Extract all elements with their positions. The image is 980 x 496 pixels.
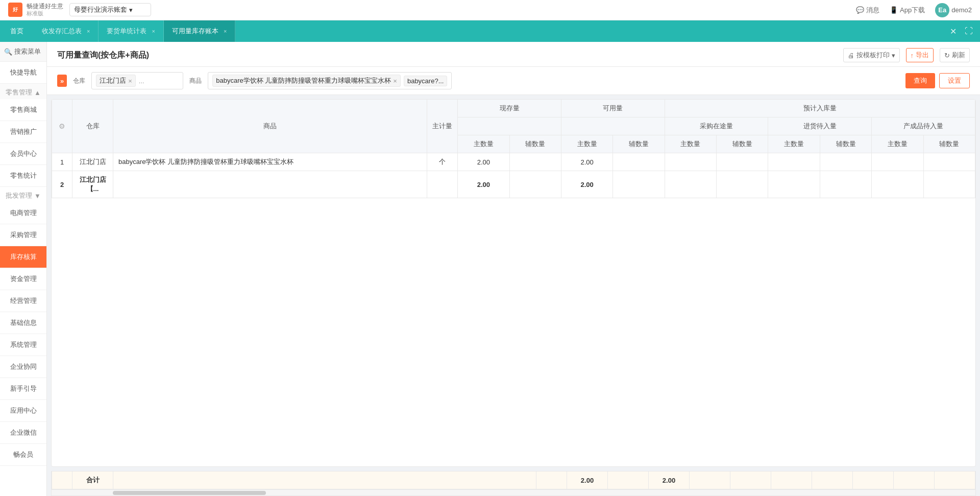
- sidebar-item-batch-mgmt[interactable]: 批发管理 ▼: [0, 187, 46, 202]
- sidebar-item-wechat-biz[interactable]: 企业微信: [0, 422, 46, 444]
- avatar: Ea: [935, 3, 949, 17]
- sidebar-label: 采购管理: [10, 230, 37, 240]
- content-area: 可用量查询(按仓库+商品) 🖨 按模板打印 ▾ ↑ 导出 ↻ 刷新: [47, 42, 980, 496]
- col-unit-header: 主计量: [427, 100, 458, 153]
- footer-available-main: 2.00: [649, 471, 690, 489]
- col-finished-header: 产成品待入量: [872, 117, 975, 135]
- col-stock-header: 现存量: [458, 100, 561, 117]
- window-close-icon[interactable]: ✕: [947, 25, 960, 38]
- product-input[interactable]: babycare学饮杯 儿童防摔防撞吸管杯重力球吸嘴杯宝宝水杯 × babyca…: [208, 72, 452, 89]
- warehouse-more-icon[interactable]: ...: [139, 77, 144, 85]
- sidebar-label: 零售管理: [6, 88, 32, 97]
- sidebar-item-purchase[interactable]: 采购管理: [0, 224, 46, 246]
- tab-available-stock[interactable]: 可用量库存账本 ×: [164, 20, 235, 42]
- sidebar-item-basics[interactable]: 基础信息: [0, 312, 46, 334]
- cell-fin-main: [872, 153, 923, 171]
- tab-order-stats[interactable]: 要货单统计表 ×: [99, 20, 163, 42]
- tab-home[interactable]: 首页: [0, 20, 34, 42]
- sidebar-item-vip[interactable]: 畅会员: [0, 444, 46, 466]
- search-label: 搜索菜单: [14, 47, 41, 56]
- col-stock-sub: [458, 117, 561, 135]
- cell-available-main: 2.00: [561, 153, 612, 171]
- sidebar-search[interactable]: 🔍 搜索菜单: [0, 42, 46, 62]
- query-btn[interactable]: 查询: [905, 73, 935, 88]
- sidebar-item-newbie[interactable]: 新手引导: [0, 378, 46, 400]
- footer-label: 合计: [72, 471, 113, 489]
- sidebar-label: 企业微信: [10, 428, 37, 437]
- col-forecast-header: 预计入库量: [665, 100, 975, 117]
- product-tag1: babycare学饮杯 儿童防摔防撞吸管杯重力球吸嘴杯宝宝水杯 ×: [212, 75, 401, 87]
- cell-inc-main: [768, 153, 820, 171]
- sidebar-label: 营销推广: [10, 127, 37, 136]
- col-warehouse-header: 仓库: [72, 100, 113, 153]
- tab-receive-summary[interactable]: 收发存汇总表 ×: [34, 20, 99, 42]
- col-available-sub: [561, 117, 665, 135]
- tab-close-icon[interactable]: ×: [224, 28, 227, 34]
- tab-close-icon[interactable]: ×: [87, 28, 90, 34]
- export-label: 导出: [916, 51, 929, 60]
- sidebar-item-zero-mall[interactable]: 零售商城: [0, 99, 46, 121]
- sidebar-item-zero-stats[interactable]: 零售统计: [0, 165, 46, 187]
- footer-inc-sub: [853, 471, 894, 489]
- cell-inc-main: [768, 171, 820, 198]
- expand-icon: »: [60, 77, 64, 85]
- cell-fin-sub: [923, 153, 975, 171]
- message-label: 消息: [866, 6, 879, 15]
- filter-expand-btn[interactable]: »: [57, 75, 67, 87]
- cell-available-sub: [613, 153, 665, 171]
- sidebar-item-zero-sales[interactable]: 零售管理 ▲: [0, 84, 46, 99]
- sidebar-item-quick-nav[interactable]: 快捷导航: [0, 62, 46, 84]
- table-footer: 合计 2.00 2.00: [51, 471, 976, 490]
- sidebar-item-member[interactable]: 会员中心: [0, 143, 46, 165]
- footer-stock-sub: [608, 471, 649, 489]
- logo-app-name: 畅捷通好生意: [27, 3, 63, 10]
- warehouse-tag-remove[interactable]: ×: [128, 77, 132, 85]
- sidebar-item-ecommerce[interactable]: 电商管理: [0, 202, 46, 224]
- cell-product: babycare学饮杯 儿童防摔防撞吸管杯重力球吸嘴杯宝宝水杯: [113, 153, 427, 171]
- dropdown-chevron-icon: ▾: [129, 6, 133, 14]
- page-title-row: 可用量查询(按仓库+商品) 🖨 按模板打印 ▾ ↑ 导出 ↻ 刷新: [57, 48, 970, 62]
- sidebar-item-marketing[interactable]: 营销推广: [0, 121, 46, 143]
- product-tag1-remove[interactable]: ×: [393, 77, 397, 85]
- col-gear[interactable]: ⚙: [52, 100, 72, 153]
- tab-label: 收发存汇总表: [42, 27, 82, 36]
- industry-name: 母婴行业演示账套: [74, 5, 127, 14]
- cell-available-sub: [613, 171, 665, 198]
- product-tag2: babycare?...: [404, 76, 448, 86]
- cell-available-main: 2.00: [561, 171, 612, 198]
- template-print-label: 按模板打印: [856, 51, 890, 60]
- sidebar-item-enterprise[interactable]: 企业协同: [0, 356, 46, 378]
- top-header: 好 畅捷通好生意 标准版 母婴行业演示账套 ▾ 💬 消息 📱 App下载 Ea …: [0, 0, 980, 20]
- message-action[interactable]: 💬 消息: [856, 6, 879, 15]
- sidebar-item-app-center[interactable]: 应用中心: [0, 400, 46, 422]
- sidebar-label: 企业协同: [10, 362, 37, 371]
- tab-label: 要货单统计表: [107, 27, 146, 36]
- sidebar-label: 经营管理: [10, 296, 37, 305]
- tab-label: 可用量库存账本: [172, 27, 218, 36]
- warehouse-input[interactable]: 江北门店 × ...: [91, 72, 183, 89]
- sidebar-item-inventory[interactable]: 库存核算: [0, 246, 46, 268]
- col-inc-sub: 辅数量: [820, 135, 871, 153]
- window-expand-icon[interactable]: ⛶: [962, 25, 976, 38]
- col-product-header: 商品: [113, 100, 427, 153]
- cell-stock-main: 2.00: [458, 153, 509, 171]
- page-title: 可用量查询(按仓库+商品): [57, 50, 149, 61]
- scrollbar-thumb[interactable]: [113, 491, 266, 495]
- export-btn[interactable]: ↑ 导出: [906, 48, 934, 62]
- horizontal-scrollbar[interactable]: [51, 490, 976, 496]
- template-print-btn[interactable]: 🖨 按模板打印 ▾: [843, 48, 900, 62]
- footer-pt-main: [730, 471, 771, 489]
- sidebar-item-system[interactable]: 系统管理: [0, 334, 46, 356]
- industry-selector[interactable]: 母婴行业演示账套 ▾: [69, 3, 151, 16]
- col-stock-sub-qty: 辅数量: [509, 135, 561, 153]
- refresh-btn[interactable]: ↻ 刷新: [940, 48, 970, 62]
- app-download-action[interactable]: 📱 App下载: [890, 6, 925, 15]
- sidebar-item-finance[interactable]: 资金管理: [0, 268, 46, 290]
- cell-unit: [427, 171, 458, 198]
- sidebar-item-operations[interactable]: 经营管理: [0, 290, 46, 312]
- settings-btn[interactable]: 设置: [939, 73, 970, 88]
- nav-right-icons: ✕ ⛶: [947, 20, 980, 42]
- tab-close-icon[interactable]: ×: [152, 28, 155, 34]
- export-icon: ↑: [911, 52, 914, 59]
- user-profile[interactable]: Ea demo2: [935, 3, 972, 17]
